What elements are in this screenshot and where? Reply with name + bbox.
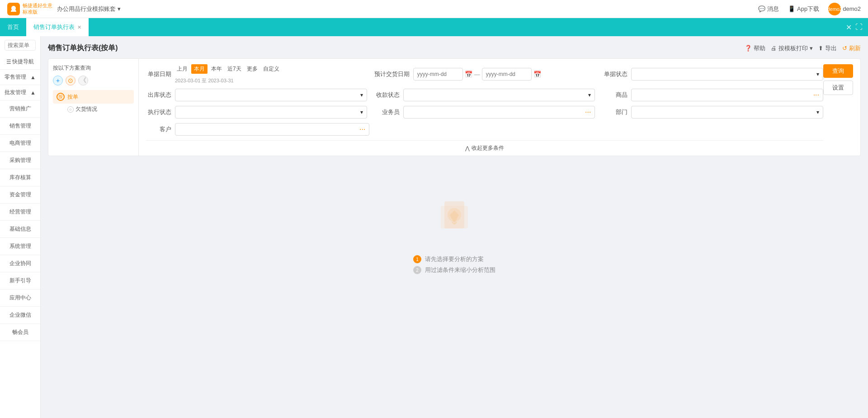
exec-status-select[interactable]: ▾ [175,106,367,119]
top-bar: 畅捷通好生意 标准版 办公用品行业模拟账套 ▾ 💬 消息 📱 App下载 dem… [0,0,868,18]
tab-fullscreen-icon[interactable]: ⛶ [855,23,863,31]
apps-label: 应用中心 [9,294,31,301]
shortcut-this-year[interactable]: 本年 [209,64,224,74]
shortcut-more[interactable]: 更多 [245,64,259,74]
tab-home[interactable]: 首页 [0,18,26,36]
customer-dots[interactable]: ··· [359,125,365,133]
outbound-status-select[interactable]: ▾ [175,89,367,101]
sidebar-item-operations[interactable]: 经营管理 [0,204,40,221]
date-sep: — [474,71,480,78]
sidebar-item-inventory[interactable]: 库存核算 [0,169,40,186]
sidebar-quicknav[interactable]: ☰ 快捷导航 [0,54,40,70]
salesperson-select[interactable]: ··· [403,106,595,119]
sidebar-item-wholesale[interactable]: 批发管理 ▲ [0,85,40,100]
print-button[interactable]: 🖨 按模板打印 ▾ [771,44,813,52]
user-menu[interactable]: demo2 demo2 [828,3,861,15]
department-select[interactable]: ▾ [631,106,823,119]
refresh-button[interactable]: ↺ 刷新 [842,44,861,52]
sidebar-item-marketing[interactable]: 营销推广 [0,100,40,118]
help-icon: ❓ [745,45,752,52]
collection-status-select[interactable]: ▾ [403,89,595,101]
page-title: 销售订单执行表(按单) [48,43,118,53]
sidebar-item-wechat[interactable]: 企业微信 [0,307,40,324]
export-button[interactable]: ⬆ 导出 [818,44,837,52]
department-chevron: ▾ [816,109,819,115]
expected-date-to[interactable] [482,68,532,81]
sidebar-item-system[interactable]: 系统管理 [0,238,40,255]
quicknav-label: 快捷导航 [12,58,34,66]
sidebar-item-sales[interactable]: 销售管理 [0,118,40,135]
tab-close-icon[interactable]: ✕ [77,24,81,30]
customer-select[interactable]: ··· [175,123,369,136]
finance-label: 资金管理 [9,191,31,198]
add-scheme-button[interactable]: + [53,76,63,86]
goods-dots[interactable]: ··· [813,91,819,99]
salesperson-dots[interactable]: ··· [585,108,591,116]
settings-scheme-button[interactable]: ⊙ [66,76,75,86]
filter-row-3: 执行状态 ▾ 业务员 [146,106,823,119]
shortcut-7days[interactable]: 近7天 [226,64,243,74]
calendar-icon-from: 📅 [465,71,472,78]
top-bar-right: 💬 消息 📱 App下载 demo2 demo2 [758,3,861,15]
scheme-sub-欠货[interactable]: ○ 欠货情况 [53,104,134,115]
shortcut-this-month[interactable]: 本月 [191,64,208,74]
filter-department: 部门 ▾ [602,106,823,119]
sidebar-search-input[interactable] [5,40,36,51]
filter-collection-status: 收款状态 ▾ [374,89,595,101]
shortcut-last-month[interactable]: 上月 [175,64,189,74]
sidebar-item-retail[interactable]: 零售管理 ▲ [0,70,40,85]
sidebar-item-member[interactable]: 畅会员 [0,324,40,341]
goods-select[interactable]: ··· [631,89,823,101]
shortcut-custom[interactable]: 自定义 [261,64,281,74]
department-label: 部门 [602,108,627,116]
date-range-text: 2023-03-01 至 2023-03-31 [175,77,281,84]
step-2-num: 2 [413,266,421,274]
bill-date-label: 单据日期 [146,70,171,78]
sidebar-item-newbie[interactable]: 新手引导 [0,272,40,290]
sidebar-item-ecommerce[interactable]: 电商管理 [0,135,40,152]
tab-sales-order[interactable]: 销售订单执行表 ✕ [26,18,89,36]
expected-date-from[interactable] [413,68,463,81]
download-icon: 📱 [788,5,795,12]
retail-arrow: ▲ [30,74,36,81]
sidebar-item-apps[interactable]: 应用中心 [0,290,40,307]
salesperson-label: 业务员 [374,108,400,116]
app-download-button[interactable]: 📱 App下载 [788,5,819,13]
scheme-sub-label: 欠货情况 [75,105,97,113]
settings-button[interactable]: 设置 [823,81,853,95]
refresh-label: 刷新 [849,44,861,52]
scheme-item-按单[interactable]: 按 按单 [53,90,134,104]
scheme-sub-icon: ○ [67,106,74,113]
message-icon: 💬 [758,5,765,12]
help-button[interactable]: ❓ 帮助 [745,44,765,52]
export-icon: ⬆ [818,45,823,52]
sidebar-item-finance[interactable]: 资金管理 [0,186,40,204]
sidebar-item-enterprise[interactable]: 企业协同 [0,255,40,272]
collapse-more-button[interactable]: ⋀ 收起更多条件 [146,140,823,156]
sidebar-item-purchase[interactable]: 采购管理 [0,152,40,169]
user-name: demo2 [843,5,861,12]
sidebar-search-area [0,36,40,54]
app-name: 办公用品行业模拟账套 [57,5,116,13]
collection-status-control: ▾ [403,89,595,101]
outbound-status-label: 出库状态 [146,91,171,99]
exec-status-label: 执行状态 [146,108,171,116]
outbound-status-control: ▾ [175,89,367,101]
query-button[interactable]: 查询 [823,64,853,78]
sidebar-item-basic[interactable]: 基础信息 [0,221,40,238]
sidebar: ☰ 快捷导航 零售管理 ▲ 批发管理 ▲ 营销推广 销售管理 电商管理 采购管理… [0,36,41,418]
bill-status-select[interactable]: ▾ [631,68,823,81]
app-selector[interactable]: 办公用品行业模拟账套 ▾ [57,5,121,13]
user-avatar: demo2 [828,3,841,15]
wholesale-arrow: ▲ [30,90,36,96]
exec-status-control: ▾ [175,106,367,119]
operations-label: 经营管理 [9,209,31,215]
purchase-label: 采购管理 [9,157,31,163]
tab-close-window-icon[interactable]: ✕ [846,23,852,32]
filter-action-buttons: 查询 设置 [823,64,853,95]
system-label: 系统管理 [9,243,31,249]
date-shortcuts: 上月 本月 本年 近7天 更多 自定义 [175,64,281,74]
collapse-scheme-button[interactable]: 《 [78,76,88,86]
calendar-icon-to: 📅 [533,71,541,78]
message-button[interactable]: 💬 消息 [758,5,779,13]
